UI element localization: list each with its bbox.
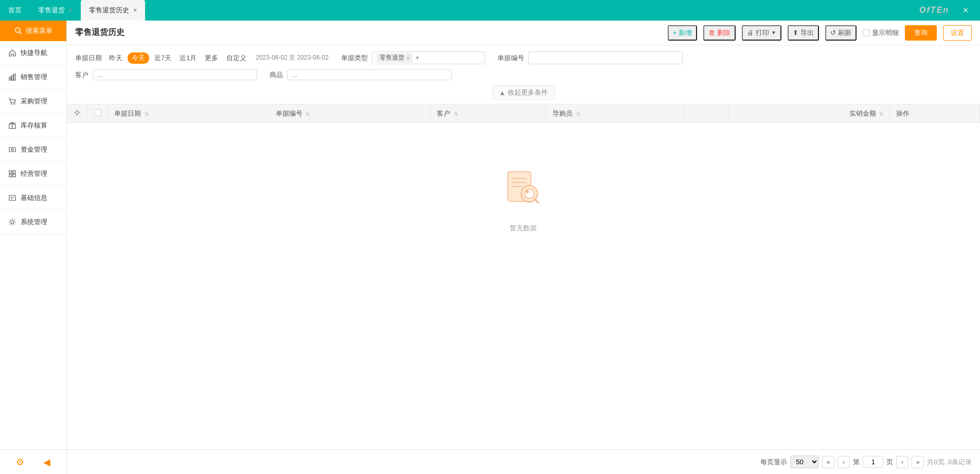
export-button[interactable]: ⬆ 导出	[788, 25, 819, 41]
collapse-row: ▲ 收起更多条件	[75, 85, 972, 100]
first-page-button[interactable]: «	[822, 456, 834, 468]
query-button[interactable]: 查询	[905, 25, 937, 41]
table-header: 单据日期 ⇅ 单据编号 ⇅ 客户 ⇅ 导购员 ⇅	[67, 104, 980, 123]
collapse-label: 收起更多条件	[508, 88, 548, 97]
table-settings-icon	[73, 108, 81, 117]
svg-rect-9	[9, 148, 15, 152]
cart-icon	[8, 97, 16, 105]
prev-page-button[interactable]: ‹	[838, 456, 850, 468]
tab-retail-return-history-label: 零售退货历史	[89, 6, 129, 15]
sidebar-item-purchase[interactable]: 采购管理	[0, 89, 66, 114]
sidebar-search-button[interactable]: 搜索菜单	[0, 21, 66, 41]
brand-label: OfTEn	[919, 6, 949, 15]
sidebar-item-basic[interactable]: 基础信息	[0, 186, 66, 210]
tab-retail-return-history[interactable]: 零售退货历史 ×	[81, 0, 145, 21]
th-guide[interactable]: 导购员 ⇅	[546, 104, 684, 123]
pagination-control: 每页显示 50 20 100 200 « ‹ 第 页 › » 共0页, 0条记录	[760, 455, 972, 468]
doc-type-tag-close[interactable]: ×	[406, 55, 409, 61]
last-page-button[interactable]: »	[912, 456, 924, 468]
date-7days[interactable]: 近7天	[151, 52, 174, 64]
info-icon	[8, 194, 16, 202]
svg-rect-4	[14, 74, 15, 80]
page-input[interactable]	[863, 456, 883, 468]
table-header-row: 单据日期 ⇅ 单据编号 ⇅ 客户 ⇅ 导购员 ⇅	[67, 104, 980, 123]
refresh-button[interactable]: ↺ 刷新	[825, 25, 857, 41]
svg-rect-3	[12, 76, 13, 80]
doc-type-tag: 零售退货 ×	[377, 53, 413, 63]
delete-icon: 🗑	[708, 29, 715, 37]
svg-point-18	[11, 221, 14, 224]
page-header: 零售退货历史 + 新增 🗑 删除 🖨 打印 ▼ ⬆ 导出 ↺	[67, 21, 980, 45]
sidebar-item-quicknav[interactable]: 快捷导航	[0, 41, 66, 65]
export-icon: ⬆	[793, 29, 798, 37]
page-size-select[interactable]: 50 20 100 200	[790, 455, 819, 468]
goods-search-input[interactable]	[292, 71, 384, 79]
sidebar-item-sales[interactable]: 销售管理	[0, 65, 66, 89]
doc-type-input[interactable]: 零售退货 × ▼	[372, 51, 485, 64]
box-icon	[8, 121, 16, 130]
close-window-button[interactable]: ×	[957, 2, 974, 19]
date-today[interactable]: 今天	[128, 52, 149, 64]
customer-filter: 客户	[75, 69, 257, 80]
th-amount[interactable]: 实销金额 ⇅	[728, 104, 890, 123]
table-container: 单据日期 ⇅ 单据编号 ⇅ 客户 ⇅ 导购员 ⇅	[67, 104, 980, 449]
doc-no-input[interactable]	[528, 51, 683, 64]
sidebar-item-system[interactable]: 系统管理	[0, 210, 66, 234]
sidebar-item-quicknav-label: 快捷导航	[21, 48, 47, 58]
print-button[interactable]: 🖨 打印 ▼	[742, 25, 781, 41]
doc-type-filter: 单据类型 零售退货 × ▼	[341, 51, 485, 64]
date-custom[interactable]: 自定义	[223, 52, 250, 64]
new-button[interactable]: + 新增	[668, 25, 697, 41]
date-1month[interactable]: 近1月	[176, 52, 200, 64]
sidebar-item-system-label: 系统管理	[21, 217, 47, 227]
tab-retail-return-close[interactable]: ×	[69, 7, 73, 14]
doc-no-label: 单据编号	[497, 53, 524, 63]
sidebar-item-basic-label: 基础信息	[21, 193, 47, 203]
sidebar-item-operations[interactable]: 经营管理	[0, 162, 66, 186]
tab-list: 首页 零售退货 × 零售退货历史 ×	[0, 0, 919, 21]
sidebar-search-label: 搜索菜单	[26, 26, 52, 35]
tab-home[interactable]: 首页	[0, 0, 30, 21]
th-customer[interactable]: 客户 ⇅	[431, 104, 546, 123]
th-check[interactable]	[88, 104, 108, 123]
delete-button[interactable]: 🗑 删除	[703, 25, 736, 41]
settings-icon[interactable]: ⚙	[16, 457, 24, 468]
show-detail-checkbox[interactable]: 显示明细	[863, 28, 899, 38]
goods-input[interactable]	[287, 69, 452, 80]
goods-label: 商品	[270, 70, 283, 80]
th-date[interactable]: 单据日期 ⇅	[108, 104, 270, 123]
svg-rect-14	[13, 174, 15, 177]
sort-date-icon: ⇅	[145, 111, 149, 117]
tab-retail-return-history-close[interactable]: ×	[133, 7, 137, 14]
sidebar-item-sales-label: 销售管理	[21, 72, 47, 82]
header-checkbox[interactable]	[94, 109, 101, 116]
sidebar-item-operations-label: 经营管理	[21, 169, 47, 178]
setting-button[interactable]: 设置	[943, 25, 972, 41]
th-settings[interactable]	[67, 104, 88, 123]
sidebar-item-finance[interactable]: 资金管理	[0, 138, 66, 162]
sidebar-item-inventory[interactable]: 库存核算	[0, 114, 66, 138]
date-filter: 单据日期 昨天 今天 近7天 近1月 更多 自定义 2023-06-02 至 2…	[75, 52, 329, 64]
collapse-icon: ▲	[499, 89, 506, 97]
refresh-icon: ↺	[830, 29, 836, 37]
svg-line-1	[20, 32, 22, 34]
filter-row-2: 客户 商品	[75, 69, 972, 80]
tab-retail-return[interactable]: 零售退货 ×	[30, 0, 81, 21]
search-icon	[14, 27, 23, 35]
money-icon	[8, 145, 16, 154]
next-page-button[interactable]: ›	[896, 456, 908, 468]
volume-icon[interactable]: ◀	[43, 457, 50, 468]
collapse-button[interactable]: ▲ 收起更多条件	[492, 85, 555, 100]
customer-search-input[interactable]	[97, 71, 190, 79]
customer-input[interactable]	[93, 69, 257, 80]
svg-point-19	[76, 111, 79, 114]
empty-cell: 暂无数据	[67, 123, 980, 275]
th-no[interactable]: 单据编号 ⇅	[269, 104, 431, 123]
date-more[interactable]: 更多	[202, 52, 221, 64]
date-yesterday[interactable]: 昨天	[106, 52, 126, 64]
filter-row-1: 单据日期 昨天 今天 近7天 近1月 更多 自定义 2023-06-02 至 2…	[75, 51, 972, 64]
svg-point-6	[14, 103, 15, 104]
svg-point-5	[11, 103, 12, 104]
sort-no-icon: ⇅	[306, 111, 310, 117]
detail-checkbox[interactable]	[863, 29, 870, 37]
